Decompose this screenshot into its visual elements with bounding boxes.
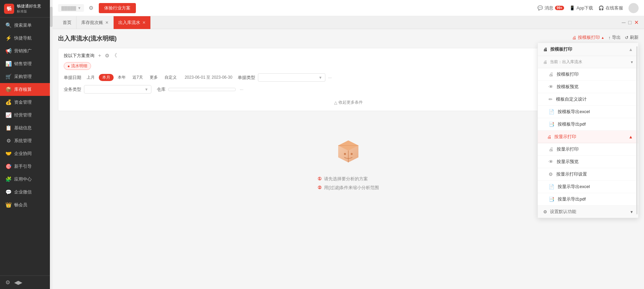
- display-print-item-label: 按显示打印: [557, 146, 579, 152]
- settings-filter-icon[interactable]: ⚙: [105, 53, 109, 59]
- template-preview-item-icon: 👁: [549, 84, 553, 89]
- template-pdf-item-label: 按模板导出pdf: [558, 121, 586, 127]
- dropdown-display-preview[interactable]: 👁 按显示预览: [538, 156, 638, 168]
- template-excel-item-label: 按模板导出excel: [558, 109, 590, 115]
- sidebar-item-vip[interactable]: 👑 畅会员: [0, 199, 50, 211]
- dropdown-display-pdf[interactable]: 📑 按显示导出pdf: [538, 193, 638, 206]
- dropdown-template-preview[interactable]: 👁 按模板预览: [538, 81, 638, 93]
- bill-type-more-icon[interactable]: ···: [328, 75, 332, 80]
- service-icon: 🎧: [598, 5, 604, 10]
- dropdown-footer[interactable]: ⚙ 设置默认功能 ▾: [538, 206, 638, 218]
- refresh-icon: ↺: [625, 35, 628, 40]
- dropdown-template-print[interactable]: 🖨 按模板打印: [538, 68, 638, 81]
- sidebar-item-finance[interactable]: 💰 资金管理: [0, 96, 50, 109]
- window-buttons: ─ □ ✕: [622, 19, 639, 26]
- app-download-action[interactable]: 📱 App下载: [569, 5, 593, 11]
- sidebar-item-operation[interactable]: 📈 经营管理: [0, 109, 50, 122]
- dropdown-display-settings[interactable]: ⚙ 按显示打印设置: [538, 168, 638, 181]
- business-type-field: 业务类型 ▾: [64, 85, 151, 94]
- dropdown-display-print[interactable]: 🖨 按显示打印: [538, 143, 638, 156]
- sidebar-nav: 🔍 搜索菜单 ⚡ 快捷导航 📢 营销推广 📊 销售管理 🛒 采购管理 📦 库存核…: [0, 18, 50, 275]
- display-excel-item-icon: 📄: [549, 184, 554, 189]
- sidebar-scrollbar[interactable]: [50, 0, 53, 289]
- close-window-icon[interactable]: ✕: [634, 19, 639, 26]
- maximize-window-icon[interactable]: □: [628, 20, 632, 26]
- refresh-button[interactable]: ↺ 刷新: [625, 34, 639, 41]
- sidebar-item-marketing[interactable]: 📢 营销推广: [0, 45, 50, 57]
- display-print-expand-icon: ▲: [628, 134, 633, 139]
- sidebar-item-inventory[interactable]: 📦 库存核算: [0, 83, 50, 96]
- tab-flow[interactable]: 出入库流水 ✕: [114, 16, 151, 29]
- more-date-btn[interactable]: 更多: [147, 74, 160, 81]
- bill-type-select[interactable]: ▾: [258, 73, 325, 82]
- newbie-icon: 🎯: [5, 163, 11, 169]
- dropdown-current: 🖨 当前：出入库流水 ▾: [538, 56, 638, 68]
- collapse-filter-icon[interactable]: 《: [112, 52, 117, 59]
- corp-icon: 🤝: [5, 151, 11, 157]
- header-left: ▓▓▓▓▓ ▾ ⚙ 体验行业方案: [58, 3, 537, 13]
- display-settings-item-icon: ⚙: [549, 172, 553, 177]
- dropdown-print-icon: 🖨: [543, 47, 548, 52]
- warehouse-more-icon[interactable]: ···: [240, 87, 243, 92]
- settings-footer-icon[interactable]: ⚙: [5, 279, 10, 286]
- bill-type-field: 单据类型 ▾ ···: [238, 73, 332, 82]
- search-nav-icon: 🔍: [5, 22, 11, 28]
- date-shortcuts: 上月 本月 本年 近7天 更多 自定义: [84, 74, 179, 81]
- industry-solution-button[interactable]: 体验行业方案: [99, 3, 136, 13]
- template-design-item-label: 模板自定义设计: [556, 96, 587, 102]
- dropdown-header[interactable]: 🖨 按模板打印 ▲: [538, 43, 638, 56]
- tab-home[interactable]: 首页: [58, 16, 77, 29]
- this-month-btn[interactable]: 本月: [99, 74, 114, 81]
- sidebar-item-corp[interactable]: 🤝 企业协同: [0, 147, 50, 160]
- last-7days-btn[interactable]: 近7天: [130, 74, 146, 81]
- app-download-label: App下载: [577, 5, 593, 11]
- marketing-icon: 📢: [5, 48, 11, 54]
- minimize-window-icon[interactable]: ─: [622, 20, 625, 26]
- empty-hints: ① 请先选择要分析的方案 ② 用[过滤]条件来缩小分析范围: [318, 175, 379, 192]
- last-month-btn[interactable]: 上月: [84, 74, 97, 81]
- dropdown-display-excel[interactable]: 📄 按显示导出excel: [538, 181, 638, 193]
- apps-icon: 🧩: [5, 176, 11, 182]
- collapse-more-btn[interactable]: △ 收起更多条件: [330, 98, 367, 107]
- add-filter-icon[interactable]: ＋: [97, 52, 102, 59]
- empty-state-image: [331, 135, 365, 169]
- app-name: 畅捷通好生意 标准版: [17, 3, 41, 14]
- business-type-select[interactable]: ▾: [84, 85, 151, 94]
- sidebar-item-wechat[interactable]: 💬 企业微信: [0, 186, 50, 199]
- page-title: 出入库流水(流水明细): [58, 34, 639, 43]
- sidebar-item-purchase[interactable]: 🛒 采购管理: [0, 70, 50, 83]
- template-print-button[interactable]: 🖨 按模板打印 ▲: [572, 34, 605, 41]
- dropdown-template-pdf[interactable]: 📑 按模板导出pdf: [538, 118, 638, 131]
- mobile-icon: 📱: [569, 5, 575, 10]
- sidebar-item-apps[interactable]: 🧩 应用中心: [0, 173, 50, 186]
- tab-batch-close[interactable]: ✕: [105, 20, 109, 25]
- sidebar-item-system[interactable]: ⚙ 系统管理: [0, 134, 50, 147]
- dropdown-scrollbar[interactable]: [636, 46, 638, 214]
- header-settings-icon[interactable]: ⚙: [87, 3, 95, 12]
- custom-date-btn[interactable]: 自定义: [162, 74, 179, 81]
- display-print-header-label: 按显示打印: [554, 134, 576, 140]
- sidebar-item-newbie[interactable]: 🎯 新手引导: [0, 160, 50, 173]
- tab-flow-close[interactable]: ✕: [142, 20, 146, 25]
- sidebar-item-quicknav[interactable]: ⚡ 快捷导航: [0, 32, 50, 45]
- sidebar-footer: ⚙ ◀▶: [0, 275, 50, 289]
- user-select[interactable]: ▓▓▓▓▓ ▾: [58, 4, 84, 12]
- tab-batch[interactable]: 库存批次账 ✕: [77, 16, 114, 29]
- sidebar-item-search[interactable]: 🔍 搜索菜单: [0, 19, 50, 32]
- sidebar-item-basic[interactable]: 📋 基础信息: [0, 122, 50, 134]
- dropdown-display-print-header[interactable]: 🖨 按显示打印 ▲: [538, 131, 638, 143]
- export-icon: ↑: [609, 35, 611, 40]
- online-service-action[interactable]: 🎧 在线客服: [598, 5, 623, 11]
- dropdown-template-design[interactable]: ✏ 模板自定义设计: [538, 93, 638, 106]
- export-button[interactable]: ↑ 导出: [609, 34, 621, 41]
- this-year-btn[interactable]: 本年: [115, 74, 128, 81]
- sidebar-item-sales[interactable]: 📊 销售管理: [0, 57, 50, 70]
- warehouse-select[interactable]: [168, 88, 236, 91]
- avatar[interactable]: [628, 3, 639, 13]
- active-filter-tag[interactable]: ● 流水明细: [64, 62, 91, 70]
- message-action[interactable]: 💬 消息 99+: [537, 5, 564, 11]
- business-type-label: 业务类型: [64, 86, 81, 93]
- username-display: ▓▓▓▓▓: [61, 6, 76, 10]
- collapse-sidebar-icon[interactable]: ◀▶: [14, 279, 22, 286]
- dropdown-template-excel[interactable]: 📄 按模板导出excel: [538, 106, 638, 118]
